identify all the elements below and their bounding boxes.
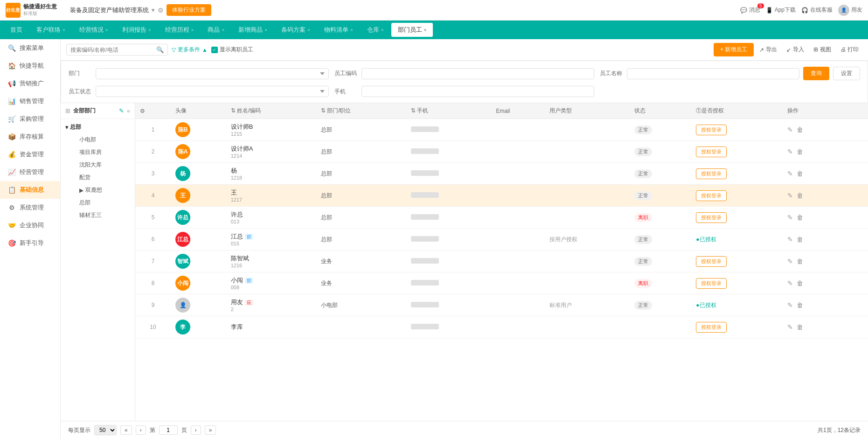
edit-icon[interactable]: ✎ xyxy=(787,170,793,177)
nav-tab-首页[interactable]: 首页 xyxy=(4,23,29,37)
authorize-button[interactable]: 授权登录 xyxy=(696,146,727,157)
dept-select[interactable] xyxy=(96,68,329,79)
close-tab-icon[interactable]: × xyxy=(424,28,427,33)
sidebar-item-系统管理[interactable]: ⚙系统管理 xyxy=(0,199,60,216)
authorize-button[interactable]: 授权登录 xyxy=(696,125,727,135)
col-settings[interactable]: ⚙ xyxy=(135,103,171,119)
nav-tab-利润报告[interactable]: 利润报告× xyxy=(116,23,158,37)
last-page-button[interactable]: » xyxy=(205,425,216,435)
show-inactive-toggle[interactable]: ✓ 显示离职员工 xyxy=(211,46,253,54)
query-button[interactable]: 查询 xyxy=(803,67,829,80)
close-tab-icon[interactable]: × xyxy=(350,28,353,33)
phone-input[interactable] xyxy=(361,86,595,97)
sidebar-item-资金管理[interactable]: 💰资金管理 xyxy=(0,146,60,163)
app-download-button[interactable]: 📱 App下载 xyxy=(766,6,796,14)
close-tab-icon[interactable]: × xyxy=(222,28,224,33)
message-button[interactable]: 💬 消息 5 xyxy=(740,6,760,14)
delete-icon[interactable]: 🗑 xyxy=(797,214,803,221)
nav-tab-经营历程[interactable]: 经营历程× xyxy=(159,23,201,37)
edit-icon[interactable]: ✎ xyxy=(787,148,793,155)
more-filter-button[interactable]: ▽ 更多条件 ▲ xyxy=(172,46,208,54)
search-input[interactable] xyxy=(70,47,154,53)
nav-tab-仓库[interactable]: 仓库× xyxy=(361,23,390,37)
close-tab-icon[interactable]: × xyxy=(148,28,151,33)
authorize-button[interactable]: 授权登录 xyxy=(696,190,727,201)
sidebar-item-营销推广[interactable]: 📢营销推广 xyxy=(0,75,60,92)
page-size-select[interactable]: 50 xyxy=(94,425,117,435)
add-employee-button[interactable]: + 新增员工 xyxy=(714,43,754,56)
gear-icon[interactable]: ⚙ xyxy=(158,7,164,14)
dept-item-shenyang[interactable]: 沈阳大库 xyxy=(72,159,135,171)
online-service-button[interactable]: 🎧 在线客服 xyxy=(801,6,833,14)
col-name[interactable]: ⇅ 姓名/编码 xyxy=(226,103,316,119)
edit-icon[interactable]: ✎ xyxy=(787,214,793,221)
nav-tab-商品[interactable]: 商品× xyxy=(201,23,231,37)
sidebar-item-快捷导航[interactable]: 🏠快捷导航 xyxy=(0,57,60,75)
user-menu-button[interactable]: 👤 用友 xyxy=(838,5,862,16)
employee-name-input[interactable] xyxy=(627,68,799,79)
close-tab-icon[interactable]: × xyxy=(191,28,194,33)
close-tab-icon[interactable]: × xyxy=(264,28,267,33)
sidebar-item-采购管理[interactable]: 🛒采购管理 xyxy=(0,110,60,128)
print-button[interactable]: 🖨 打印 xyxy=(837,44,862,56)
edit-icon[interactable]: ✎ xyxy=(787,323,793,331)
dept-item-peihuo[interactable]: 配货 xyxy=(72,171,135,184)
collapse-dept-button[interactable]: « xyxy=(127,108,130,114)
dept-item-xiaodibu[interactable]: 小电部 xyxy=(72,133,135,146)
authorize-button[interactable]: 授权登录 xyxy=(696,212,727,223)
page-input[interactable] xyxy=(159,425,178,435)
status-select[interactable] xyxy=(96,86,329,97)
dept-item-zongbu-sub[interactable]: 总部 xyxy=(72,196,135,209)
col-dept[interactable]: ⇅ 部门/职位 xyxy=(316,103,406,119)
delete-icon[interactable]: 🗑 xyxy=(797,170,803,177)
sidebar-item-经营管理[interactable]: 📈经营管理 xyxy=(0,163,60,181)
close-tab-icon[interactable]: × xyxy=(307,28,310,33)
edit-dept-icon[interactable]: ✎ xyxy=(119,107,124,114)
nav-tab-客户联络[interactable]: 客户联络× xyxy=(30,23,72,37)
delete-icon[interactable]: 🗑 xyxy=(797,279,803,287)
sidebar-item-销售管理[interactable]: 📊销售管理 xyxy=(0,92,60,110)
sidebar-item-新手引导[interactable]: 🎯新手引导 xyxy=(0,234,60,252)
nav-tab-物料清单[interactable]: 物料清单× xyxy=(318,23,360,37)
delete-icon[interactable]: 🗑 xyxy=(797,192,803,199)
dept-item-shuanglusiang[interactable]: ▶双鹿想 xyxy=(72,184,135,196)
col-phone[interactable]: ⇅ 手机 xyxy=(406,103,491,119)
nav-tab-部门员工[interactable]: 部门员工× xyxy=(391,23,433,37)
nav-tab-新增商品[interactable]: 新增商品× xyxy=(232,23,274,37)
trial-button[interactable]: 体验行业方案 xyxy=(167,4,211,16)
sidebar-item-企业协同[interactable]: 🤝企业协同 xyxy=(0,216,60,234)
close-tab-icon[interactable]: × xyxy=(62,28,65,33)
import-button[interactable]: ↙ 导入 xyxy=(783,44,808,56)
nav-tab-经营情况[interactable]: 经营情况× xyxy=(73,23,115,37)
delete-icon[interactable]: 🗑 xyxy=(797,236,803,243)
chevron-down-icon[interactable]: ▾ xyxy=(152,7,155,14)
authorize-button[interactable]: 授权登录 xyxy=(696,278,727,289)
edit-icon[interactable]: ✎ xyxy=(787,279,793,287)
delete-icon[interactable]: 🗑 xyxy=(797,301,803,309)
export-button[interactable]: ↗ 导出 xyxy=(756,44,781,56)
delete-icon[interactable]: 🗑 xyxy=(797,258,803,265)
edit-icon[interactable]: ✎ xyxy=(787,126,793,133)
next-page-button[interactable]: › xyxy=(191,425,201,435)
authorize-button[interactable]: 授权登录 xyxy=(696,256,727,267)
edit-icon[interactable]: ✎ xyxy=(787,258,793,265)
authorize-button[interactable]: 授权登录 xyxy=(696,322,727,333)
dept-group-zongbu[interactable]: ▾总部 xyxy=(61,121,135,133)
sidebar-item-库存核算[interactable]: 📦库存核算 xyxy=(0,128,60,146)
view-button[interactable]: ⊞ 视图 xyxy=(810,44,834,56)
close-tab-icon[interactable]: × xyxy=(381,28,384,33)
dept-item-xiangmukufang[interactable]: 项目库房 xyxy=(72,146,135,159)
sidebar-item-搜索菜单[interactable]: 🔍搜索菜单 xyxy=(0,39,60,57)
sidebar-item-基础信息[interactable]: 📋基础信息 xyxy=(0,181,60,199)
close-tab-icon[interactable]: × xyxy=(105,28,108,33)
employee-code-input[interactable] xyxy=(361,68,595,79)
reset-button[interactable]: 设置 xyxy=(833,67,860,80)
dept-item-fucai[interactable]: 辅材王三 xyxy=(72,209,135,222)
delete-icon[interactable]: 🗑 xyxy=(797,323,803,331)
delete-icon[interactable]: 🗑 xyxy=(797,126,803,133)
first-page-button[interactable]: « xyxy=(120,425,132,435)
edit-icon[interactable]: ✎ xyxy=(787,192,793,199)
authorize-button[interactable]: 授权登录 xyxy=(696,168,727,179)
edit-icon[interactable]: ✎ xyxy=(787,236,793,243)
prev-page-button[interactable]: ‹ xyxy=(136,425,146,435)
